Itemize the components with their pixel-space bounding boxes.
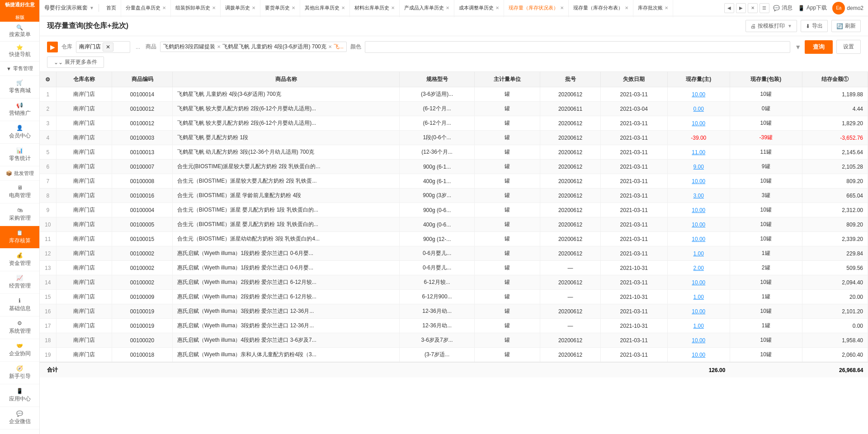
tab-close-9[interactable]: ✕	[560, 5, 564, 10]
cell-qty-main[interactable]: 0.00	[667, 102, 730, 116]
expand-conditions-btn[interactable]: ⌄⌄ 展开更多条件	[47, 57, 104, 68]
cell-qty-main[interactable]: 10.00	[667, 333, 730, 348]
sidebar-item-app-center[interactable]: 📱应用中心	[0, 384, 39, 407]
sidebar-item-enterprise[interactable]: 🤝企业协同	[0, 339, 39, 362]
tab-9[interactable]: 现存量（库存状况表）✕	[504, 0, 569, 17]
cell-qty-main[interactable]: 1.00	[667, 246, 730, 261]
tab-6[interactable]: 材料出库单历史✕	[350, 0, 400, 17]
product-filter[interactable]: 飞鹤奶粉3段四罐提装 ✕ 飞鹤星飞帆 儿童奶粉 4段(3-6岁适用) 700克 …	[160, 42, 347, 52]
cell-qty-main[interactable]: 10.00	[667, 232, 730, 246]
tab-next-btn[interactable]: ▶	[736, 3, 746, 13]
sidebar-quick-nav[interactable]: ⭐ 快捷导航	[0, 42, 39, 61]
cell-qty-main[interactable]: 1.00	[667, 319, 730, 333]
cell-product-name: 惠氏启赋（Wyeth illuma）1段奶粉 爱尔兰进口 0-6月婴...	[172, 261, 399, 275]
tab-close-10[interactable]: ✕	[625, 5, 628, 10]
sidebar-item-marketing[interactable]: 📢营销推广	[0, 99, 39, 121]
query-btn[interactable]: 查询	[805, 40, 833, 54]
cell-qty-main[interactable]: 11.00	[667, 145, 730, 160]
header-dropdown-arrow[interactable]: ▼	[90, 5, 94, 10]
col-product-code: 商品编码	[112, 72, 172, 87]
product-more-btn[interactable]: 飞...	[334, 43, 344, 51]
refresh-btn[interactable]: 🔄 刷新	[831, 20, 861, 32]
filter-expand-arrow[interactable]: ▶	[47, 42, 58, 52]
cell-qty-main[interactable]: 3.00	[667, 189, 730, 203]
col-settings[interactable]: ⚙	[40, 72, 56, 87]
cell-qty-pkg: 10罐	[730, 275, 802, 290]
template-print-btn[interactable]: 🖨 按模板打印 ▼	[745, 20, 797, 32]
tab-0[interactable]: 首页	[102, 0, 121, 17]
message-btn[interactable]: 💬 消息	[773, 4, 793, 12]
cell-spec: 0-6月婴儿...	[400, 261, 475, 275]
tab-close-5[interactable]: ✕	[341, 5, 345, 10]
sidebar-item-member-card[interactable]: 🎫畅会员	[0, 429, 39, 434]
tab-10[interactable]: 现存量（库存分布表）✕	[569, 0, 633, 17]
sidebar-item-new-guide[interactable]: 🧭新手引导	[0, 362, 39, 384]
tab-8[interactable]: 成本调整单历史✕	[454, 0, 504, 17]
sidebar-item-retail-mgmt[interactable]: ▼零售管理	[0, 61, 39, 76]
tab-close-3[interactable]: ✕	[252, 5, 255, 10]
sidebar-item-retail-stats[interactable]: 📊零售统计	[0, 144, 39, 166]
tab-close-1[interactable]: ✕	[162, 5, 166, 10]
tab-3[interactable]: 调拨单历史✕	[221, 0, 260, 17]
cell-qty-main[interactable]: 9.00	[667, 160, 730, 174]
cell-qty-main[interactable]: 10.00	[667, 116, 730, 131]
product-tag-1-remove[interactable]: ✕	[217, 44, 221, 49]
tab-4[interactable]: 要货单历史✕	[260, 0, 300, 17]
cell-expire: 2021-10-31	[600, 261, 667, 275]
color-filter[interactable]	[365, 41, 790, 53]
sidebar-item-wholesale[interactable]: 📦批发管理	[0, 166, 39, 181]
cell-qty-main[interactable]: 2.00	[667, 261, 730, 275]
sidebar-item-enterprise-wechat[interactable]: 💬企业微信	[0, 407, 39, 429]
tab-7[interactable]: 产成品入库单历史✕	[400, 0, 454, 17]
tab-5[interactable]: 其他出库单历史✕	[300, 0, 350, 17]
warehouse-filter[interactable]: 南岸门店 ✕	[76, 41, 130, 53]
cell-qty-main[interactable]: 10.00	[667, 87, 730, 102]
tab-close-2[interactable]: ✕	[212, 5, 216, 10]
cell-qty-main[interactable]: -39.00	[667, 131, 730, 145]
tab-2[interactable]: 组装拆卸单历史✕	[171, 0, 221, 17]
tab-menu-btn[interactable]: ☰	[760, 3, 769, 13]
tab-prev-btn[interactable]: ◀	[724, 3, 734, 13]
sidebar-item-inventory[interactable]: 📋库存核算	[0, 226, 39, 249]
tab-close-btn[interactable]: ✕	[748, 3, 758, 13]
product-tag-2-remove[interactable]: ✕	[328, 44, 332, 49]
cell-qty-pkg: 10罐	[730, 174, 802, 189]
cell-qty-main[interactable]: 10.00	[667, 217, 730, 232]
cell-qty-main[interactable]: 1.00	[667, 290, 730, 304]
tab-close-8[interactable]: ✕	[495, 5, 499, 10]
sidebar-item-sys-mgmt[interactable]: ⚙系统管理	[0, 316, 39, 339]
cell-qty-main[interactable]: 10.00	[667, 304, 730, 319]
sidebar-item-ecommerce[interactable]: 🖥电商管理	[0, 181, 39, 203]
export-btn[interactable]: ⬇ 导出	[801, 20, 828, 32]
table-row: 9 南岸门店 00100004 合生元（BIOSTIME）派星 婴儿配方奶粉 1…	[40, 203, 868, 217]
warehouse-remove-btn[interactable]: ✕	[103, 42, 113, 52]
cell-qty-main[interactable]: 10.00	[667, 275, 730, 290]
cell-batch: 20200611	[540, 102, 600, 116]
tab-close-6[interactable]: ✕	[391, 5, 395, 10]
message-icon: 💬	[773, 5, 780, 11]
user-profile[interactable]: Ea demo2	[832, 2, 863, 14]
settings-btn[interactable]: 设置	[836, 40, 861, 54]
cell-qty-main[interactable]: 10.00	[667, 348, 730, 363]
tab-11[interactable]: 库存批次账✕	[633, 0, 673, 17]
sidebar-search[interactable]: 🔍 搜索菜单	[0, 22, 39, 42]
sidebar-item-purchase[interactable]: 🛍采购管理	[0, 203, 39, 226]
tab-1[interactable]: 分量盘点单历史✕	[121, 0, 171, 17]
sidebar-item-basic-info[interactable]: ℹ基础信息	[0, 294, 39, 316]
cell-qty-main[interactable]: 10.00	[667, 174, 730, 189]
cell-product-name: 飞鹤星飞帆 较大婴儿配方奶粉 2段(6-12个月婴幼儿适用)...	[172, 116, 399, 131]
tab-close-4[interactable]: ✕	[292, 5, 295, 10]
cell-product-code: 00100012	[112, 116, 172, 131]
filter-ellipsis-1: ...	[134, 44, 142, 50]
sidebar-item-member[interactable]: 👤会员中心	[0, 121, 39, 144]
cell-expire: 2021-03-11	[600, 145, 667, 160]
app-download-btn[interactable]: 📱 App下载	[798, 4, 827, 12]
cell-warehouse: 南岸门店	[56, 203, 112, 217]
sidebar-item-retail-shop[interactable]: 🛒零售商城	[0, 76, 39, 99]
sidebar-item-operations[interactable]: 📈经营管理	[0, 271, 39, 294]
cell-qty-main[interactable]: 10.00	[667, 203, 730, 217]
color-dropdown-arrow[interactable]: ▼	[795, 43, 801, 51]
tab-close-7[interactable]: ✕	[446, 5, 449, 10]
sidebar-item-finance[interactable]: 💰资金管理	[0, 249, 39, 271]
tab-close-11[interactable]: ✕	[665, 5, 668, 10]
